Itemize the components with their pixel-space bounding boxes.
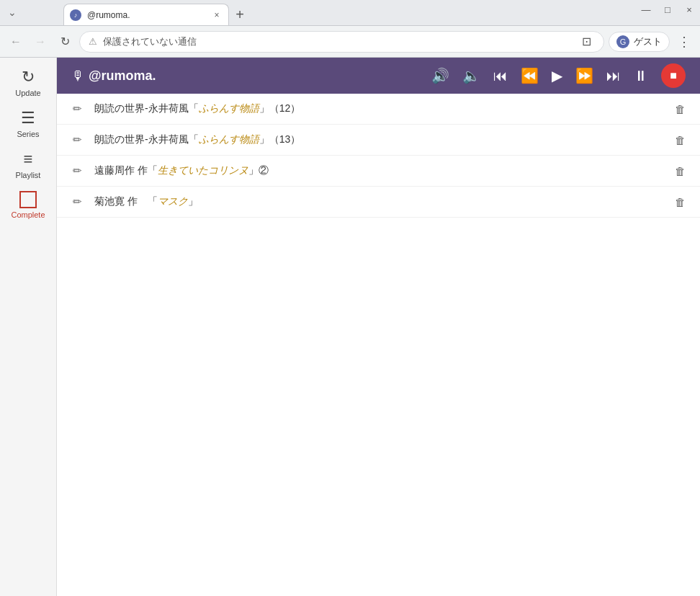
profile-avatar-icon: G — [616, 35, 629, 48]
window-minimize-btn[interactable]: — — [641, 4, 651, 14]
edit-icon[interactable]: ✏ — [68, 133, 86, 146]
security-warning-icon: ⚠ — [89, 36, 97, 47]
player-logo: 🎙 @rumoma. — [71, 68, 156, 84]
update-icon: ↻ — [22, 68, 35, 86]
playlist-content: ✏ 朗読の世界-永井荷風「ふらんす物語」（12） 🗑 ✏ 朗読の世界-永井荷風「… — [57, 94, 700, 596]
edit-icon[interactable]: ✏ — [68, 102, 86, 115]
item-title-1: 朗読の世界-永井荷風「ふらんす物語」（12） — [94, 102, 663, 115]
nav-reload-btn[interactable]: ↻ — [55, 32, 75, 52]
translate-btn[interactable]: ⊡ — [578, 33, 595, 50]
player-logo-text: @rumoma. — [89, 68, 156, 84]
window-close-btn[interactable]: × — [684, 4, 694, 14]
player-mute-btn[interactable]: 🔈 — [462, 67, 480, 84]
browser-tab[interactable]: ♪ @rumoma. × — [63, 4, 229, 25]
sidebar: ↻ Update ☰ Series ≡ Playlist Complete — [0, 58, 57, 596]
delete-icon[interactable]: 🗑 — [671, 103, 688, 115]
sidebar-item-update-label: Update — [15, 89, 40, 97]
player-volume-btn[interactable]: 🔊 — [431, 67, 449, 84]
sidebar-item-playlist-label: Playlist — [16, 171, 41, 179]
profile-label: ゲスト — [634, 35, 662, 48]
sidebar-item-complete[interactable]: Complete — [0, 184, 56, 223]
delete-icon[interactable]: 🗑 — [671, 165, 688, 177]
sidebar-item-series[interactable]: ☰ Series — [0, 102, 56, 143]
player-rewind-start-btn[interactable]: ⏮ — [493, 68, 508, 84]
nav-back-addr-btn[interactable]: ← — [6, 32, 26, 52]
list-item: ✏ 朗読の世界-永井荷風「ふらんす物語」（13） 🗑 — [57, 125, 700, 156]
delete-icon[interactable]: 🗑 — [671, 196, 688, 208]
player-pause-btn[interactable]: ⏸ — [634, 68, 648, 84]
browser-menu-btn[interactable]: ⋮ — [674, 32, 694, 52]
sidebar-item-update[interactable]: ↻ Update — [0, 61, 56, 102]
item-title-2: 朗読の世界-永井荷風「ふらんす物語」（13） — [94, 133, 663, 146]
sidebar-item-series-label: Series — [17, 130, 39, 138]
list-item: ✏ 朗読の世界-永井荷風「ふらんす物語」（12） 🗑 — [57, 94, 700, 125]
player-controls: 🔊 🔈 ⏮ ⏪ ▶ ⏩ ⏭ ⏸ ■ — [431, 63, 686, 88]
edit-icon[interactable]: ✏ — [68, 164, 86, 177]
player-bar: 🎙 @rumoma. 🔊 🔈 ⏮ ⏪ ▶ ⏩ ⏭ ⏸ ■ — [57, 58, 700, 94]
list-item: ✏ 遠藤周作 作「生きていたコリンヌ」② 🗑 — [57, 156, 700, 187]
sidebar-item-playlist[interactable]: ≡ Playlist — [0, 143, 56, 184]
playlist-icon: ≡ — [24, 150, 33, 169]
player-play-btn[interactable]: ▶ — [552, 67, 562, 84]
new-tab-btn[interactable]: + — [229, 4, 251, 25]
sidebar-item-complete-label: Complete — [11, 210, 45, 219]
player-forward-btn[interactable]: ⏩ — [575, 67, 593, 84]
player-stop-icon: ■ — [670, 69, 677, 82]
tab-favicon: ♪ — [70, 9, 81, 21]
address-text: 保護されていない通信 — [103, 35, 572, 48]
right-panel: 🎙 @rumoma. 🔊 🔈 ⏮ ⏪ ▶ ⏩ ⏭ ⏸ ■ ✏ — [57, 58, 700, 596]
item-title-4: 菊池寛 作 「マスク」 — [94, 195, 663, 208]
address-bar[interactable]: ⚠ 保護されていない通信 ⊡ — [79, 31, 604, 53]
complete-icon — [19, 191, 37, 208]
nav-forward-addr-btn[interactable]: → — [30, 32, 50, 52]
delete-icon[interactable]: 🗑 — [671, 134, 688, 146]
player-rewind-btn[interactable]: ⏪ — [521, 67, 539, 84]
profile-btn[interactable]: G ゲスト — [609, 32, 670, 52]
nav-back-btn[interactable]: ⌄ — [3, 3, 22, 22]
window-maximize-btn[interactable]: □ — [663, 4, 673, 14]
list-item: ✏ 菊池寛 作 「マスク」 🗑 — [57, 187, 700, 218]
player-logo-icon: 🎙 — [71, 68, 84, 84]
tab-close-btn[interactable]: × — [211, 9, 223, 21]
edit-icon[interactable]: ✏ — [68, 195, 86, 208]
tab-title: @rumoma. — [87, 10, 205, 20]
series-icon: ☰ — [21, 109, 35, 128]
player-stop-btn[interactable]: ■ — [661, 63, 686, 88]
player-skip-btn[interactable]: ⏭ — [606, 68, 621, 84]
item-title-3: 遠藤周作 作「生きていたコリンヌ」② — [94, 164, 663, 177]
